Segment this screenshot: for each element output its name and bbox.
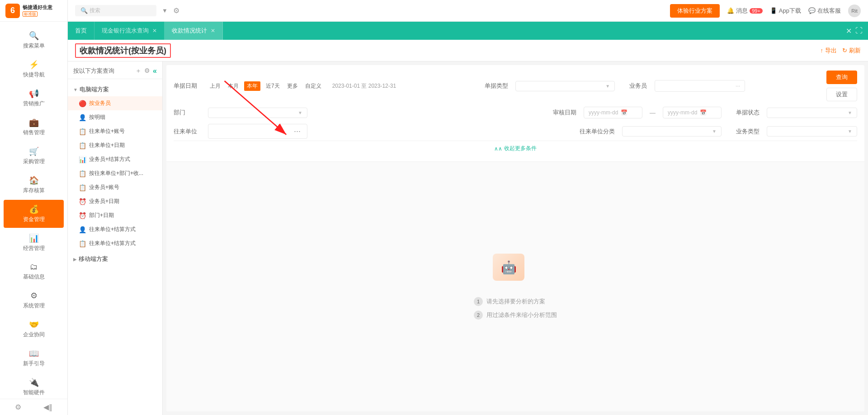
page-actions: ↑ 导出 ↻ 刷新 — [821, 47, 861, 55]
date-label: 单据日期 — [174, 82, 201, 90]
sales-icon: 💼 — [29, 118, 39, 127]
finance-icon: 💰 — [29, 204, 39, 214]
sidebar-item-search[interactable]: 🔍搜索菜单 — [4, 26, 64, 54]
sidebar-item-system[interactable]: ⚙系统管理 — [4, 286, 64, 314]
sidebar-item-cooperation[interactable]: 🤝企业协同 — [4, 315, 64, 343]
business-type-select[interactable]: ▼ — [767, 126, 857, 137]
tab-bank[interactable]: 现金银行流水查询 ✕ — [94, 22, 165, 40]
tab-home[interactable]: 首页 — [68, 22, 94, 40]
voucher-status-select[interactable]: ▼ — [767, 108, 857, 118]
search-icon: 🔍 — [80, 7, 88, 14]
sidebar-item-quicknav[interactable]: ⚡快捷导航 — [4, 55, 64, 83]
online-service-btn[interactable]: 💬 在线客服 — [808, 7, 841, 15]
export-btn[interactable]: ↑ 导出 — [821, 47, 837, 55]
topbar-dropdown-icon[interactable]: ▼ — [162, 7, 168, 14]
sidebar-item-sales[interactable]: 💼销售管理 — [4, 113, 64, 141]
trial-btn[interactable]: 体验行业方案 — [670, 4, 720, 18]
empty-hint-2: 2 用过滤条件来缩小分析范围 — [474, 311, 557, 320]
right-panel: 单据日期 上月 本月 本年 近7天 更多 自定义 2023-01-01 至 20… — [166, 65, 864, 411]
partner-category-label: 往来单位分类 — [580, 127, 615, 136]
collapse-panel-icon[interactable]: « — [153, 67, 157, 75]
panel-header-actions: ＋ ⚙ « — [135, 67, 157, 75]
sidebar-item-guide[interactable]: 📖新手引导 — [4, 344, 64, 372]
tab-close-all-icon[interactable]: ✕ — [846, 27, 852, 35]
manage-scheme-icon[interactable]: ⚙ — [144, 67, 150, 75]
scheme-item-by-detail[interactable]: 👤 按明细 — [68, 110, 162, 124]
tab-maximize-icon[interactable]: ⛶ — [855, 27, 863, 35]
hint-num-1: 1 — [474, 297, 483, 306]
sidebar-item-warehouse[interactable]: 🏠库存核算 — [4, 171, 64, 199]
logo-icon: 6 — [5, 4, 20, 18]
query-btn[interactable]: 查询 — [826, 71, 857, 84]
partner-more-icon[interactable]: ··· — [294, 127, 301, 136]
date-range-value: 2023-01-01 至 2023-12-31 — [332, 82, 396, 90]
add-scheme-icon[interactable]: ＋ — [135, 67, 142, 75]
sidebar-item-hardware[interactable]: 🔌智能硬件 — [4, 373, 64, 399]
refresh-btn[interactable]: ↻ 刷新 — [842, 47, 861, 55]
voucher-type-select[interactable]: ▼ — [515, 81, 615, 91]
partner-category-select[interactable]: ▼ — [622, 126, 722, 137]
sidebar-item-basic[interactable]: 🗂基础信息 — [4, 258, 64, 285]
date-custom[interactable]: 自定义 — [303, 81, 323, 91]
date-this-month[interactable]: 本月 — [226, 81, 241, 91]
tab-collection-close-icon[interactable]: ✕ — [211, 28, 215, 34]
scheme-item-salesperson-settlement[interactable]: 📊 业务员+结算方式 — [68, 152, 162, 166]
sidebar-item-purchase[interactable]: 🛒采购管理 — [4, 142, 64, 170]
export-icon: ↑ — [821, 47, 824, 54]
date-this-year[interactable]: 本年 — [244, 81, 260, 91]
scheme-item-partner-settlement2[interactable]: 📋 往来单位+结算方式 — [68, 236, 162, 250]
search-bar[interactable]: 🔍 搜索 — [75, 5, 156, 16]
notification-btn[interactable]: 🔔 消息 99+ — [727, 7, 763, 15]
sidebar-item-marketing[interactable]: 📢营销推广 — [4, 84, 64, 112]
scheme-item-dept-date[interactable]: ⏰ 部门+日期 — [68, 208, 162, 222]
dept-label: 部门 — [174, 108, 201, 117]
desktop-scheme-group[interactable]: ▼ 电脑端方案 — [68, 83, 162, 96]
scheme-item-partner-settlement1[interactable]: 👤 往来单位+结算方式 — [68, 222, 162, 236]
topbar-gear-icon[interactable]: ⚙ — [173, 6, 179, 15]
tab-bar: 首页 现金银行流水查询 ✕ 收款情况统计 ✕ ✕ ⛶ — [68, 22, 868, 40]
collapse-sidebar-icon[interactable]: ◀‖ — [43, 403, 52, 411]
warehouse-icon: 🏠 — [29, 175, 39, 185]
scheme-item-partner-date[interactable]: 📋 往来单位+日期 — [68, 138, 162, 152]
app-download-btn[interactable]: 📱 App下载 — [770, 7, 801, 15]
voucher-type-dropdown-icon: ▼ — [605, 84, 610, 89]
filter-row-3: 往来单位 ··· 往来单位分类 ▼ 业务类型 — [174, 124, 857, 139]
sidebar-item-finance[interactable]: 💰资金管理 — [4, 200, 64, 228]
partner-cat-dropdown-icon: ▼ — [712, 129, 717, 134]
page-header: 收款情况统计(按业务员) ↑ 导出 ↻ 刷新 — [68, 40, 868, 61]
logo-badge: 标准版 — [23, 10, 52, 17]
date-more[interactable]: 更多 — [285, 81, 300, 91]
scheme-item-salesperson-date[interactable]: ⏰ 业务员+日期 — [68, 194, 162, 208]
scheme-panel: 按以下方案查询 ＋ ⚙ « ▼ 电脑端方案 🔴 按业务员 👤 — [68, 61, 163, 415]
review-date-end[interactable]: yyyy-mm-dd 📅 — [663, 107, 722, 118]
dept-select[interactable]: ▼ — [208, 108, 307, 118]
scheme-item-icon-11: 📋 — [79, 240, 86, 247]
guide-icon: 📖 — [29, 349, 39, 358]
date-last-month[interactable]: 上月 — [208, 81, 222, 91]
date-last-7days[interactable]: 近7天 — [264, 81, 282, 91]
scheme-item-partner-account[interactable]: 📋 往来单位+账号 — [68, 124, 162, 138]
scheme-item-salesperson-account[interactable]: 📋 业务员+账号 — [68, 180, 162, 194]
settings-icon[interactable]: ⚙ — [15, 403, 21, 411]
more-options-icon[interactable]: ··· — [736, 83, 740, 89]
mobile-group-icon: ▶ — [73, 257, 77, 262]
group-expand-icon: ▼ — [73, 87, 78, 92]
partner-select[interactable]: ··· — [208, 124, 307, 139]
sidebar-item-operations[interactable]: 📊经营管理 — [4, 229, 64, 257]
main-content: 🔍 搜索 ▼ ⚙ 体验行业方案 🔔 消息 99+ 📱 App下载 💬 在线客服 — [68, 0, 868, 415]
marketing-icon: 📢 — [29, 89, 39, 99]
mobile-scheme-group[interactable]: ▶ 移动端方案 — [68, 252, 162, 266]
salesperson-label: 业务员 — [629, 82, 647, 90]
scheme-item-by-salesperson[interactable]: 🔴 按业务员 — [68, 96, 162, 110]
review-date-start[interactable]: yyyy-mm-dd 📅 — [584, 107, 642, 118]
scheme-item-icon-3: 📋 — [79, 128, 86, 135]
user-avatar[interactable]: Rit — [848, 5, 861, 17]
tab-bank-close-icon[interactable]: ✕ — [152, 28, 157, 34]
settings-btn[interactable]: 设置 — [826, 88, 857, 101]
refresh-icon: ↻ — [842, 47, 847, 54]
tab-collection[interactable]: 收款情况统计 ✕ — [165, 22, 223, 40]
collapse-filter-btn[interactable]: ∧∧ 收起更多条件 — [174, 141, 857, 156]
salesperson-select[interactable]: ··· — [655, 80, 745, 92]
scheme-item-partner-dept[interactable]: 📋 按往来单位+部门+收... — [68, 166, 162, 180]
system-icon: ⚙ — [30, 291, 38, 301]
